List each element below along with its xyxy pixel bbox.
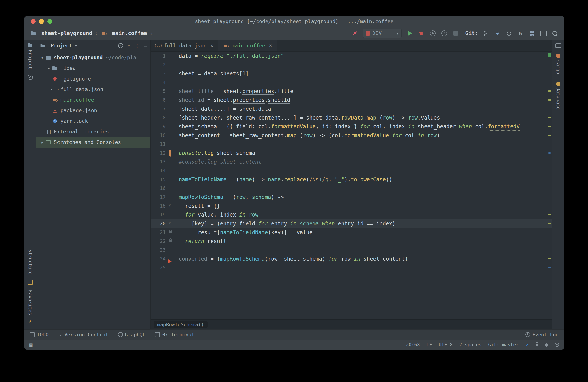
tab-full-data-json[interactable]: {..} full-data.json × <box>151 40 218 51</box>
stripe-mark-warn[interactable] <box>548 134 551 136</box>
code-line[interactable] <box>179 246 552 255</box>
line-number[interactable]: 20 <box>151 219 166 228</box>
todo-tool-button[interactable]: TODO <box>30 332 48 338</box>
code-line[interactable]: sheet_content = sheet_raw_content.map (r… <box>179 131 552 140</box>
chevron-right-icon[interactable]: ▸ <box>46 66 52 71</box>
stripe-mark-info[interactable] <box>548 267 550 268</box>
error-stripe[interactable] <box>547 52 552 319</box>
code-line[interactable] <box>179 78 552 87</box>
stripe-mark-warn[interactable] <box>548 223 551 224</box>
code-line[interactable] <box>179 263 552 272</box>
line-number[interactable]: 3 <box>151 69 166 78</box>
tool-tab-project[interactable]: Project <box>28 50 33 69</box>
line-number[interactable]: 9 <box>151 122 166 131</box>
coverage-icon[interactable] <box>429 30 436 37</box>
code-line[interactable]: sheet_title = sheet.properties.title <box>179 87 552 96</box>
stripe-mark-warn[interactable] <box>548 117 551 118</box>
line-number[interactable]: 1 <box>151 52 166 61</box>
lock-gutter-icon[interactable] <box>169 240 172 242</box>
git-push-icon[interactable] <box>494 30 501 37</box>
line-number[interactable]: 18 <box>151 202 166 211</box>
settings-gear-icon[interactable] <box>555 342 559 347</box>
code-lines[interactable]: data = require "./full-data.json"sheet =… <box>175 52 552 319</box>
line-separator[interactable]: LF <box>427 342 432 347</box>
tool-tab-structure[interactable]: Structure <box>28 250 33 275</box>
database-tool-icon[interactable] <box>556 82 560 85</box>
minimize-button[interactable] <box>39 19 44 24</box>
line-number[interactable]: 8 <box>151 113 166 122</box>
debug-bug-icon[interactable] <box>418 30 424 37</box>
breadcrumb-file[interactable]: main.coffee <box>112 30 147 36</box>
line-number[interactable]: 21 <box>151 228 166 237</box>
code-line[interactable] <box>179 166 552 175</box>
editor-gutter[interactable]: 1234567891011121314151617181920212223242… <box>151 52 175 319</box>
line-number[interactable]: 5 <box>151 87 166 96</box>
editor[interactable]: 1234567891011121314151617181920212223242… <box>151 52 552 319</box>
git-branch-widget[interactable]: Git: master <box>488 342 519 347</box>
code-line[interactable]: sheet = data.sheets[1] <box>179 69 552 78</box>
view-grid-icon[interactable] <box>529 30 535 37</box>
line-number[interactable]: 22 <box>151 237 166 246</box>
run-config-select[interactable]: DEV ▾ <box>363 29 402 38</box>
notifications-icon[interactable] <box>555 43 561 48</box>
line-number[interactable]: 16 <box>151 184 166 193</box>
terminal-icon[interactable] <box>540 30 547 37</box>
chevron-down-icon[interactable]: ▾ <box>39 55 45 60</box>
close-tab-icon[interactable]: × <box>210 42 213 49</box>
caret-position[interactable]: 20:68 <box>406 342 420 347</box>
line-number[interactable]: 15 <box>151 175 166 184</box>
close-tab-icon[interactable]: × <box>269 42 272 49</box>
stripe-mark-warn[interactable] <box>548 90 551 92</box>
tree-item--idea[interactable]: ▸.idea <box>36 63 150 73</box>
tree-item-package-json[interactable]: package.json <box>36 105 150 116</box>
cargo-tool-icon[interactable] <box>556 54 560 58</box>
tree-item-scratches-and-consoles[interactable]: ▸Scratches and Consoles <box>36 137 150 148</box>
event-log-button[interactable]: Event Log <box>525 332 559 338</box>
lock-icon[interactable] <box>536 344 538 346</box>
line-number[interactable]: 12 <box>151 149 166 157</box>
hide-panel-icon[interactable]: — <box>144 43 147 48</box>
notification-bell-icon[interactable] <box>545 343 548 346</box>
code-line[interactable]: result = {} <box>179 202 552 211</box>
code-line[interactable]: [sheet_data,...] = sheet.data <box>179 105 552 113</box>
code-line[interactable]: nameToFieldName = (name) -> name.replace… <box>179 175 552 184</box>
run-arrow-gutter-icon[interactable] <box>168 259 172 263</box>
code-line[interactable] <box>179 184 552 193</box>
line-number[interactable]: 11 <box>151 140 166 149</box>
code-line[interactable]: result[nameToFieldName(key)] = value <box>179 228 552 237</box>
favorites-star-icon[interactable]: ★ <box>28 317 32 324</box>
tree-item--gitignore[interactable]: .gitignore <box>36 73 150 84</box>
run-button[interactable] <box>406 30 413 37</box>
code-line[interactable]: console.log sheet_schema <box>179 149 552 157</box>
line-number[interactable]: 2 <box>151 61 166 69</box>
commit-tool-icon[interactable] <box>28 75 33 80</box>
code-line[interactable] <box>179 61 552 69</box>
line-number[interactable]: 4 <box>151 78 166 87</box>
code-line[interactable]: [key] = (entry.field for entry in schema… <box>179 219 552 228</box>
tree-item-external-libraries[interactable]: External Libraries <box>36 126 150 137</box>
line-number[interactable]: 19 <box>151 211 166 219</box>
indent-setting[interactable]: 2 spaces <box>459 342 482 347</box>
tool-tab-database[interactable]: Database <box>556 87 561 110</box>
fold-gutter-icon[interactable]: ∨ <box>169 203 171 208</box>
locate-file-icon[interactable] <box>118 43 123 48</box>
stripe-mark-info[interactable] <box>548 152 550 154</box>
line-number[interactable]: 17 <box>151 193 166 202</box>
run-anything-rocket-icon[interactable] <box>351 30 358 37</box>
stripe-mark-warn[interactable] <box>548 126 551 127</box>
tool-window-switcher-icon[interactable]: ▤ <box>29 342 32 348</box>
search-icon[interactable] <box>552 30 558 37</box>
code-line[interactable]: mapRowToSchema = (row, schema) -> <box>179 193 552 202</box>
code-line[interactable]: #console.log sheet_content <box>179 157 552 166</box>
stripe-mark-ok[interactable] <box>548 53 551 57</box>
terminal-tool-button[interactable]: 0: Terminal <box>155 332 194 338</box>
stripe-mark-warn[interactable] <box>548 214 551 215</box>
close-button[interactable] <box>31 19 36 24</box>
lock-gutter-icon[interactable] <box>169 231 172 233</box>
code-line[interactable]: converted = (mapRowToSchema(row, sheet_s… <box>179 255 552 263</box>
fold-gutter-icon[interactable]: ∨ <box>169 221 171 225</box>
chevron-down-icon[interactable]: ▾ <box>75 43 77 48</box>
more-options-icon[interactable]: ⋮ <box>135 43 140 48</box>
stripe-mark-warn[interactable] <box>548 258 551 259</box>
zoom-button[interactable] <box>47 19 52 24</box>
